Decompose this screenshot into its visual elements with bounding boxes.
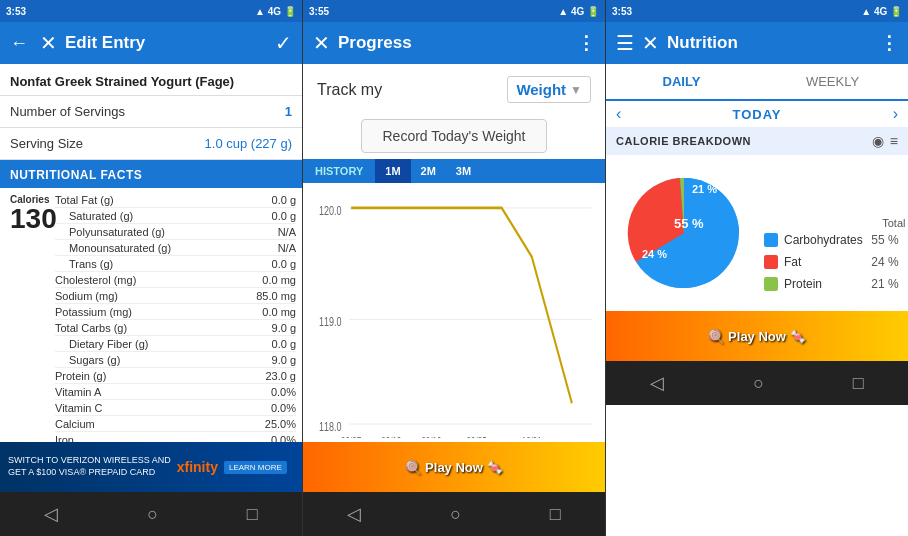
- nutrient-name: Saturated (g): [55, 210, 133, 222]
- tab-3m[interactable]: 3M: [446, 159, 481, 183]
- nutrient-row: Potassium (mg)0.0 mg: [55, 304, 296, 320]
- nutrient-row: Polyunsaturated (g)N/A: [55, 224, 296, 240]
- nutrients-block: Total Fat (g)0.0 gSaturated (g)0.0 gPoly…: [55, 188, 302, 442]
- nutrient-name: Vitamin A: [55, 386, 101, 398]
- pie-chart-icon[interactable]: ◉: [872, 133, 884, 149]
- nav-back-2[interactable]: ◁: [347, 503, 361, 525]
- nutrient-value: 0.0 mg: [262, 274, 296, 286]
- nutrient-name: Protein (g): [55, 370, 106, 382]
- nav-bar-2: ◁ ○ □: [303, 492, 605, 536]
- nutrient-value: 0.0 mg: [262, 306, 296, 318]
- nutrient-row: Saturated (g)0.0 g: [55, 208, 296, 224]
- progress-panel: 3:55 ▲ 4G 🔋 ✕ Progress ⋮ Track my Weight…: [302, 0, 605, 536]
- nutrient-row: Protein (g)23.0 g: [55, 368, 296, 384]
- calorie-breakdown-header: CALORIE BREAKDOWN ◉ ≡: [606, 127, 908, 155]
- list-view-icon[interactable]: ≡: [890, 133, 898, 149]
- nutrient-name: Potassium (mg): [55, 306, 132, 318]
- svg-text:24 %: 24 %: [642, 248, 667, 260]
- progress-title: Progress: [338, 33, 569, 53]
- nutrient-value: 9.0 g: [272, 354, 296, 366]
- nav-recent-2[interactable]: □: [550, 504, 561, 525]
- nutrient-row: Total Carbs (g)9.0 g: [55, 320, 296, 336]
- nav-back-1[interactable]: ◁: [44, 503, 58, 525]
- nutrient-name: Polyunsaturated (g): [55, 226, 165, 238]
- nutrient-name: Trans (g): [55, 258, 113, 270]
- fat-dot: [764, 255, 778, 269]
- svg-text:118.0: 118.0: [319, 420, 342, 434]
- edit-entry-panel: 3:53 ▲ 4G 🔋 ← ✕ Edit Entry ✓ Nonfat Gree…: [0, 0, 302, 536]
- nav-back-3[interactable]: ◁: [650, 372, 664, 394]
- nav-home-1[interactable]: ○: [147, 504, 158, 525]
- nutrient-value: 0.0 g: [272, 210, 296, 222]
- nutrient-name: Vitamin C: [55, 402, 102, 414]
- ad-button[interactable]: LEARN MORE: [224, 461, 287, 474]
- nav-home-2[interactable]: ○: [450, 504, 461, 525]
- status-bar-right-2: ▲ 4G 🔋: [558, 6, 599, 17]
- legend-carbs: Carbohydrates 55 % 55 %: [764, 233, 908, 247]
- carbs-total: 55 %: [869, 233, 899, 247]
- ad-line2: GET A $100 VISA® PREPAID CARD: [8, 467, 171, 479]
- nutrient-row: Monounsaturated (g)N/A: [55, 240, 296, 256]
- ad-content-1: SWITCH TO VERIZON WIRELESS AND GET A $10…: [0, 442, 302, 492]
- nutrient-row: Calcium25.0%: [55, 416, 296, 432]
- candy-ad-3: 🍭 Play Now 🍬: [606, 311, 908, 361]
- tab-weekly[interactable]: WEEKLY: [757, 64, 908, 99]
- prev-day-arrow[interactable]: ‹: [616, 105, 621, 123]
- calorie-content: 55 % 24 % 21 % Total Goal Carbohydrates …: [606, 155, 908, 311]
- legend-fat: Fat 24 % 30 %: [764, 255, 908, 269]
- serving-size-value[interactable]: 1.0 cup (227 g): [205, 136, 292, 151]
- track-my-value: Weight: [516, 81, 566, 98]
- tab-2m[interactable]: 2M: [411, 159, 446, 183]
- nutrient-value: 0.0%: [271, 402, 296, 414]
- page-title: Edit Entry: [65, 33, 267, 53]
- status-time-3: 3:53: [612, 6, 632, 17]
- ad-line1: SWITCH TO VERIZON WIRELESS AND: [8, 455, 171, 467]
- menu-icon-3[interactable]: ☰: [616, 31, 634, 55]
- svg-text:21 %: 21 %: [692, 183, 717, 195]
- servings-value[interactable]: 1: [285, 104, 292, 119]
- nutrient-name: Total Carbs (g): [55, 322, 127, 334]
- nav-recent-1[interactable]: □: [247, 504, 258, 525]
- carbs-values: 55 % 55 %: [869, 233, 908, 247]
- nutrition-main-row: Calories 130 Total Fat (g)0.0 gSaturated…: [0, 188, 302, 442]
- carbs-label: Carbohydrates: [784, 233, 863, 247]
- nav-bar-3: ◁ ○ □: [606, 361, 908, 405]
- protein-dot: [764, 277, 778, 291]
- menu-button-3[interactable]: ⋮: [880, 32, 898, 54]
- svg-text:120.0: 120.0: [319, 203, 342, 217]
- nutrition-panel: 3:53 ▲ 4G 🔋 ☰ ✕ Nutrition ⋮ DAILY WEEKLY…: [605, 0, 908, 536]
- svg-text:10/01: 10/01: [522, 435, 542, 438]
- weight-chart: 120.0 119.0 118.0 09/07 09/13 09/19 09/2…: [311, 187, 597, 438]
- nutrient-name: Monounsaturated (g): [55, 242, 171, 254]
- status-signal-3: ▲ 4G 🔋: [861, 6, 902, 17]
- candy-text-2: 🍭 Play Now 🍬: [405, 460, 502, 475]
- next-day-arrow[interactable]: ›: [893, 105, 898, 123]
- history-label: HISTORY: [303, 159, 375, 183]
- check-button[interactable]: ✓: [275, 31, 292, 55]
- record-btn-area: Record Today's Weight: [303, 113, 605, 159]
- back-button[interactable]: ←: [10, 33, 28, 54]
- track-my-row: Track my Weight ▼: [303, 64, 605, 113]
- nutrient-value: 0.0%: [271, 434, 296, 443]
- track-my-select[interactable]: Weight ▼: [507, 76, 591, 103]
- menu-button-2[interactable]: ⋮: [577, 32, 595, 54]
- ad-text-1: SWITCH TO VERIZON WIRELESS AND GET A $10…: [8, 455, 171, 478]
- nutritional-facts-label: NUTRITIONAL FACTS: [10, 168, 142, 182]
- status-battery-1: 🔋: [284, 6, 296, 17]
- nutrient-row: Total Fat (g)0.0 g: [55, 192, 296, 208]
- protein-total: 21 %: [869, 277, 899, 291]
- nav-home-3[interactable]: ○: [753, 373, 764, 394]
- nav-recent-3[interactable]: □: [853, 373, 864, 394]
- dropdown-arrow: ▼: [570, 83, 582, 97]
- tab-daily[interactable]: DAILY: [606, 64, 757, 101]
- svg-text:55 %: 55 %: [674, 216, 704, 231]
- tab-1m[interactable]: 1M: [375, 159, 410, 183]
- nutrient-row: Cholesterol (mg)0.0 mg: [55, 272, 296, 288]
- calorie-breakdown-label: CALORIE BREAKDOWN: [616, 135, 751, 147]
- nutrient-value: 85.0 mg: [256, 290, 296, 302]
- status-bar-right-1: ▲ 4G 🔋: [255, 6, 296, 17]
- serving-size-label: Serving Size: [10, 136, 83, 151]
- nutrition-title: Nutrition: [667, 33, 872, 53]
- nav-bar-1: ◁ ○ □: [0, 492, 302, 536]
- record-weight-button[interactable]: Record Today's Weight: [361, 119, 546, 153]
